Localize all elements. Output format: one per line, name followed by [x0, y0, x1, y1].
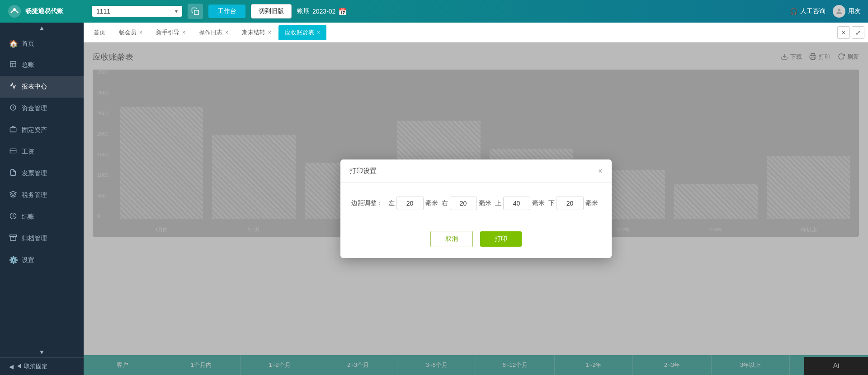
account-period: 账期 2023-02 📅: [297, 7, 347, 16]
right-margin-input[interactable]: [450, 197, 477, 210]
sidebar-item-general-ledger[interactable]: 总账: [0, 54, 84, 76]
right-unit-label: 毫米: [479, 199, 491, 207]
top-margin-input[interactable]: [503, 197, 530, 210]
sidebar-label-report-center: 报表中心: [22, 83, 47, 91]
dialog-footer: 取消 打印: [340, 224, 612, 258]
margin-bottom-item: 下 毫米: [548, 197, 598, 210]
fixed-assets-icon: [9, 126, 17, 135]
sidebar-label-payroll: 工资: [22, 148, 34, 156]
left-direction-label: 左: [388, 199, 395, 207]
tab-membership-close[interactable]: ×: [139, 29, 142, 36]
bottom-margin-input[interactable]: [557, 197, 584, 210]
tab-ar-aging[interactable]: 应收账龄表 ×: [278, 25, 326, 40]
support-button[interactable]: 🎧 人工咨询: [790, 7, 826, 15]
dialog-body: 边距调整： 左 毫米 右 毫米: [340, 183, 612, 224]
company-name: 1111: [96, 8, 172, 15]
sidebar-label-general-ledger: 总账: [22, 61, 34, 69]
avatar: [833, 5, 845, 18]
sidebar-item-fund[interactable]: 资金管理: [0, 98, 84, 119]
sidebar-item-report-center[interactable]: 报表中心: [0, 76, 84, 98]
close-all-tabs-button[interactable]: ×: [837, 26, 850, 39]
sidebar-item-fixed-assets[interactable]: 固定资产: [0, 119, 84, 141]
ai-label: Ai: [833, 362, 839, 370]
scroll-up-arrow[interactable]: ▲: [0, 23, 84, 33]
margin-top-item: 上 毫米: [495, 197, 545, 210]
sidebar-item-settings[interactable]: ⚙️ 设置: [0, 249, 84, 271]
tab-membership-label: 畅会员: [119, 28, 137, 37]
header-right: 🎧 人工咨询 用友: [790, 5, 861, 18]
home-icon: 🏠: [9, 39, 17, 48]
workbench-button[interactable]: 工作台: [208, 5, 245, 18]
modal-overlay: 打印设置 × 边距调整： 左 毫米 右: [84, 42, 868, 375]
tab-membership[interactable]: 畅会员 ×: [113, 25, 149, 40]
settings-icon: ⚙️: [9, 256, 17, 264]
tab-home[interactable]: 首页: [87, 25, 112, 40]
expand-tab-button[interactable]: ⤢: [852, 26, 864, 39]
svg-marker-11: [10, 191, 16, 194]
headset-icon: 🎧: [790, 8, 797, 15]
dialog-close-button[interactable]: ×: [598, 167, 602, 175]
sidebar-item-payroll[interactable]: 工资: [0, 141, 84, 163]
svg-rect-2: [194, 10, 199, 15]
svg-rect-9: [10, 149, 16, 153]
right-direction-label: 右: [442, 199, 448, 207]
logo-text: 畅捷通易代账: [25, 7, 63, 15]
confirm-print-button[interactable]: 打印: [480, 231, 522, 247]
tab-operation-log-close[interactable]: ×: [225, 29, 228, 36]
content-area: 首页 畅会员 × 新手引导 × 操作日志 × 期末结转 × 应收账龄表 ×: [84, 23, 868, 375]
sidebar-label-settlement: 结账: [22, 213, 34, 221]
ai-bar[interactable]: Ai: [804, 357, 868, 375]
fund-icon: [9, 104, 17, 113]
ledger-icon: [9, 61, 17, 70]
copy-button[interactable]: [188, 4, 203, 19]
tab-period-end-close[interactable]: ×: [268, 29, 271, 36]
logo-area: 畅捷通易代账: [7, 4, 86, 19]
tab-ar-aging-label: 应收账龄表: [285, 28, 314, 37]
svg-point-3: [838, 9, 840, 11]
sidebar-label-settings: 设置: [22, 256, 34, 264]
svg-rect-4: [10, 61, 16, 67]
tabs-bar: 首页 畅会员 × 新手引导 × 操作日志 × 期末结转 × 应收账龄表 ×: [84, 23, 868, 42]
invoice-icon: [9, 169, 17, 178]
company-selector[interactable]: 1111 ▾: [92, 6, 182, 17]
margin-label: 边距调整：: [351, 199, 383, 207]
calendar-icon[interactable]: 📅: [338, 7, 347, 16]
old-version-button[interactable]: 切到旧版: [251, 4, 292, 19]
dialog-title: 打印设置: [349, 167, 377, 175]
header: 畅捷通易代账 1111 ▾ 工作台 切到旧版 账期 2023-02 📅 🎧 人工…: [0, 0, 868, 23]
sidebar-item-tax[interactable]: 税务管理: [0, 184, 84, 206]
user-button[interactable]: 用友: [833, 5, 861, 18]
margin-row: 边距调整： 左 毫米 右 毫米: [351, 197, 601, 210]
payroll-icon: [9, 147, 17, 156]
sidebar-label-home: 首页: [22, 40, 34, 48]
sidebar-item-invoice[interactable]: 发票管理: [0, 163, 84, 184]
left-unit-label: 毫米: [425, 199, 438, 207]
scroll-down-arrow[interactable]: ▼: [0, 347, 84, 357]
top-unit-label: 毫米: [532, 199, 545, 207]
sidebar-label-fund: 资金管理: [22, 104, 47, 112]
svg-point-1: [13, 8, 16, 11]
tab-guide-close[interactable]: ×: [182, 29, 185, 36]
left-margin-input[interactable]: [396, 197, 424, 210]
bottom-direction-label: 下: [548, 199, 555, 207]
tab-period-end-label: 期末结转: [242, 28, 265, 37]
sidebar-item-settlement[interactable]: 结账: [0, 206, 84, 228]
collapse-label: ◀ 取消固定: [16, 362, 47, 370]
tab-period-end[interactable]: 期末结转 ×: [236, 25, 278, 40]
svg-rect-8: [10, 128, 16, 132]
cancel-button[interactable]: 取消: [430, 231, 473, 247]
tab-guide-label: 新手引导: [156, 28, 179, 37]
tab-guide[interactable]: 新手引导 ×: [150, 25, 192, 40]
sidebar-label-fixed-assets: 固定资产: [22, 126, 47, 134]
report-icon: [9, 82, 17, 91]
tab-operation-log[interactable]: 操作日志 ×: [193, 25, 235, 40]
sidebar-item-home[interactable]: 🏠 首页: [0, 33, 84, 54]
tab-ar-aging-close[interactable]: ×: [317, 29, 320, 36]
sidebar-item-archive[interactable]: 归档管理: [0, 228, 84, 249]
sidebar-scroll: 🏠 首页 总账 报表中心 资金管理: [0, 33, 84, 347]
collapse-icon: ◀: [9, 363, 14, 370]
sidebar-label-archive: 归档管理: [22, 234, 47, 243]
tab-operation-log-label: 操作日志: [199, 28, 222, 37]
collapse-sidebar-button[interactable]: ◀ ◀ 取消固定: [0, 357, 84, 375]
print-settings-dialog: 打印设置 × 边距调整： 左 毫米 右: [340, 159, 612, 258]
